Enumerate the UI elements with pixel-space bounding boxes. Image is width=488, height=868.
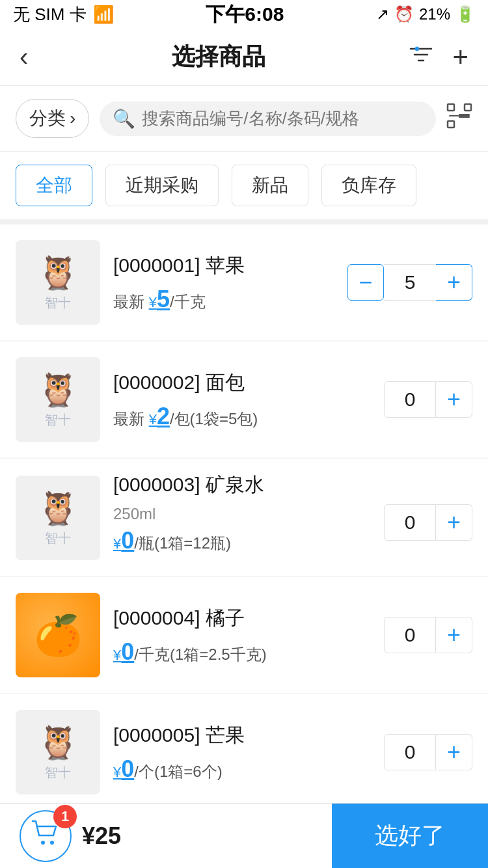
- qty-control: 0 +: [384, 617, 472, 653]
- scan-icon[interactable]: [446, 103, 472, 135]
- battery-icon: 🔋: [455, 5, 475, 23]
- tab-all[interactable]: 全部: [16, 165, 92, 206]
- qty-plus-button[interactable]: +: [436, 734, 472, 770]
- filter-icon[interactable]: [409, 45, 433, 70]
- tab-new[interactable]: 新品: [232, 165, 308, 206]
- back-button[interactable]: ‹: [20, 42, 28, 72]
- qty-plus-button[interactable]: +: [436, 381, 472, 418]
- list-item: 🦉 智十 [0000001] 苹果 最新 ¥5/千克 − +: [0, 224, 488, 340]
- qty-display: 0: [384, 504, 436, 541]
- product-info: [0000004] 橘子 ¥0/千克(1箱=2.5千克): [113, 605, 371, 666]
- product-price: 最新 ¥5/千克: [113, 286, 334, 313]
- qty-control: − +: [347, 264, 472, 301]
- product-thumbnail: 🦉 智十: [16, 476, 100, 560]
- svg-point-11: [50, 841, 54, 845]
- nav-bar: ‹ 选择商品 +: [0, 29, 488, 86]
- bottom-bar: 1 ¥25 选好了: [0, 803, 488, 868]
- product-price: 最新 ¥2/包(1袋=5包): [113, 403, 371, 430]
- cart-button[interactable]: 1: [20, 810, 72, 862]
- product-name: [0000003] 矿泉水: [113, 472, 371, 498]
- qty-minus-button[interactable]: −: [347, 264, 384, 301]
- location-icon: ↗: [376, 5, 389, 23]
- qty-plus-button[interactable]: +: [436, 617, 472, 653]
- qty-control: 0 +: [384, 381, 472, 418]
- qty-plus-button[interactable]: +: [436, 504, 472, 541]
- product-name: [0000001] 苹果: [113, 252, 334, 279]
- qty-display: 0: [384, 734, 436, 770]
- carrier-text: 无 SIM 卡: [13, 3, 87, 26]
- product-spec: 250ml: [113, 505, 371, 523]
- product-name: [0000004] 橘子: [113, 605, 371, 632]
- status-bar: 无 SIM 卡 📶 下午6:08 ↗ ⏰ 21% 🔋: [0, 0, 488, 29]
- page-title: 选择商品: [172, 41, 265, 73]
- battery-text: 21%: [419, 5, 450, 23]
- tab-recent[interactable]: 近期采购: [105, 165, 219, 206]
- product-name: [0000005] 芒果: [113, 722, 371, 749]
- alarm-icon: ⏰: [394, 5, 414, 23]
- svg-rect-5: [465, 104, 471, 111]
- svg-point-3: [415, 47, 419, 51]
- product-name: [0000002] 面包: [113, 370, 371, 396]
- search-row: 分类 › 🔍: [0, 86, 488, 152]
- svg-rect-4: [448, 104, 454, 111]
- qty-display: 0: [384, 381, 436, 418]
- product-info: [0000001] 苹果 最新 ¥5/千克: [113, 252, 334, 313]
- category-chevron: ›: [70, 108, 75, 129]
- svg-point-10: [41, 841, 45, 845]
- list-item: 🦉 智十 [0000005] 芒果 ¥0/个(1箱=6个) 0 +: [0, 694, 488, 810]
- cart-area: 1 ¥25: [0, 810, 332, 862]
- qty-display: 0: [384, 617, 436, 653]
- search-icon: 🔍: [113, 108, 135, 129]
- cart-badge: 1: [53, 805, 77, 828]
- status-left: 无 SIM 卡 📶: [13, 3, 114, 26]
- qty-control: 0 +: [384, 504, 472, 541]
- svg-rect-6: [448, 121, 454, 128]
- add-icon[interactable]: +: [452, 42, 468, 73]
- product-price: ¥0/个(1箱=6个): [113, 755, 371, 783]
- qty-input[interactable]: [384, 264, 436, 301]
- status-right: ↗ ⏰ 21% 🔋: [376, 5, 475, 23]
- status-time: 下午6:08: [206, 1, 284, 28]
- cart-icon: [31, 820, 60, 852]
- product-info: [0000002] 面包 最新 ¥2/包(1袋=5包): [113, 370, 371, 430]
- product-info: [0000003] 矿泉水 250ml ¥0/瓶(1箱=12瓶): [113, 472, 371, 554]
- tab-negative[interactable]: 负库存: [321, 165, 416, 206]
- product-list: 🦉 智十 [0000001] 苹果 最新 ¥5/千克 − + 🦉 智十 [000…: [0, 224, 488, 868]
- owl-logo: 🦉 智十: [38, 254, 78, 312]
- filter-tabs: 全部 近期采购 新品 负库存: [0, 152, 488, 224]
- cart-total: ¥25: [82, 822, 121, 850]
- list-item: [0000004] 橘子 ¥0/千克(1箱=2.5千克) 0 +: [0, 577, 488, 693]
- category-label: 分类: [29, 106, 66, 131]
- product-info: [0000005] 芒果 ¥0/个(1箱=6个): [113, 722, 371, 783]
- product-thumbnail: 🦉 智十: [16, 240, 100, 325]
- nav-icons: +: [409, 42, 468, 73]
- qty-plus-button[interactable]: +: [436, 264, 472, 301]
- product-thumbnail: 🦉 智十: [16, 710, 100, 794]
- product-price: ¥0/千克(1箱=2.5千克): [113, 638, 371, 666]
- confirm-button[interactable]: 选好了: [332, 804, 488, 869]
- list-item: 🦉 智十 [0000003] 矿泉水 250ml ¥0/瓶(1箱=12瓶) 0 …: [0, 459, 488, 576]
- list-item: 🦉 智十 [0000002] 面包 最新 ¥2/包(1袋=5包) 0 +: [0, 342, 488, 457]
- product-price: ¥0/瓶(1箱=12瓶): [113, 527, 371, 554]
- search-input-wrap: 🔍: [100, 102, 436, 136]
- qty-control: 0 +: [384, 734, 472, 770]
- search-input[interactable]: [142, 109, 423, 129]
- product-thumbnail: [16, 593, 100, 677]
- category-button[interactable]: 分类 ›: [16, 99, 89, 138]
- product-thumbnail: 🦉 智十: [16, 357, 100, 442]
- wifi-icon: 📶: [93, 5, 114, 25]
